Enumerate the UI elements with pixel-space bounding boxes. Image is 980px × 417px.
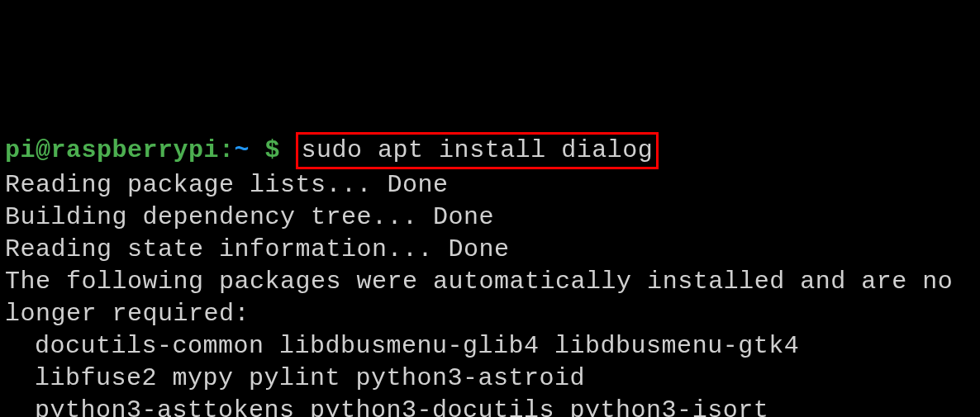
command-highlight-box: sudo apt install dialog	[296, 132, 659, 169]
prompt-path: ~	[235, 136, 250, 164]
terminal-window[interactable]: pi@raspberrypi:~ $ sudo apt install dial…	[5, 132, 975, 417]
output-line-building-tree: Building dependency tree... Done	[5, 203, 494, 231]
output-line-reading-packages: Reading package lists... Done	[5, 171, 449, 199]
package-list-line: libfuse2 mypy pylint python3-astroid	[5, 363, 975, 395]
package-list-line: docutils-common libdbusmenu-glib4 libdbu…	[5, 330, 975, 363]
package-list-line: python3-asttokens python3-docutils pytho…	[5, 395, 975, 417]
prompt-dollar: $	[250, 136, 296, 164]
prompt-user-host: pi@raspberrypi	[5, 136, 219, 164]
output-line-reading-state: Reading state information... Done	[5, 235, 510, 263]
output-line-auto-installed-header: The following packages were automaticall…	[5, 268, 968, 328]
command-input[interactable]: sudo apt install dialog	[302, 136, 654, 164]
prompt-separator: :	[219, 136, 235, 164]
